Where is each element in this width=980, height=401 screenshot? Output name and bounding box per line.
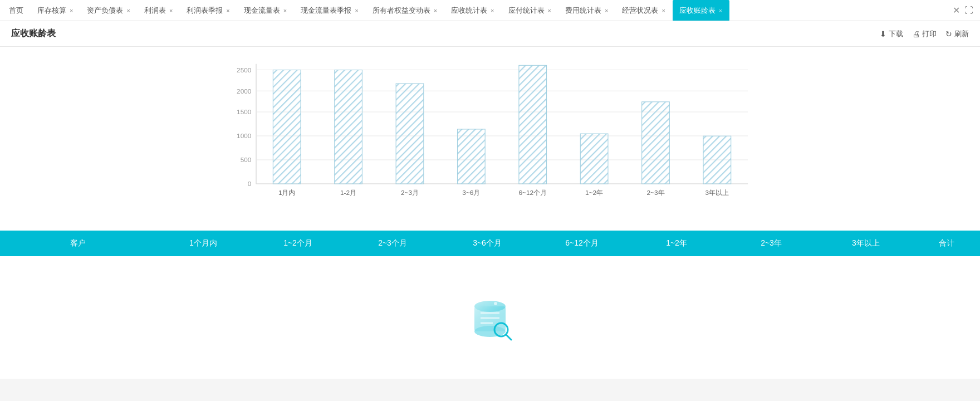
refresh-label: 刷新 (954, 29, 969, 39)
tab-ar-stats[interactable]: 应收统计表× (444, 0, 501, 21)
tab-inventory[interactable]: 库存核算× (31, 0, 80, 21)
window-controls: ✕ ⛶ (953, 5, 978, 16)
tab-close-balance-sheet[interactable]: × (126, 7, 130, 14)
table-header-col-4: 3~6个月 (440, 231, 535, 256)
tab-equity-changes[interactable]: 所有者权益变动表× (366, 0, 444, 21)
print-button[interactable]: 🖨 打印 (912, 29, 937, 39)
table-header-col-5: 6~12个月 (535, 231, 629, 256)
svg-text:2~3年: 2~3年 (646, 189, 664, 197)
svg-point-40 (474, 326, 506, 337)
tab-balance-sheet[interactable]: 资产负债表× (80, 0, 137, 21)
tab-close-profit[interactable]: × (169, 7, 173, 14)
table-header-col-8: 3年以上 (819, 231, 913, 256)
aging-bar-chart: 05001000150020002500 1月内1-2月2~3月3~6月6~12… (17, 58, 963, 214)
tab-close-business-status[interactable]: × (661, 7, 665, 14)
tab-profit-quarterly[interactable]: 利润表季报× (180, 0, 237, 21)
tab-close-ap-stats[interactable]: × (548, 7, 551, 14)
svg-text:6~12个月: 6~12个月 (518, 189, 547, 197)
maximize-window-icon[interactable]: ⛶ (964, 6, 973, 16)
svg-text:1-2月: 1-2月 (340, 189, 356, 197)
page-header: 应收账龄表 ⬇ 下载 🖨 打印 ↻ 刷新 (0, 21, 980, 47)
empty-state-icon (462, 290, 518, 345)
tab-close-ar-stats[interactable]: × (491, 7, 494, 14)
svg-text:1~2年: 1~2年 (585, 189, 603, 197)
tab-close-equity-changes[interactable]: × (434, 7, 437, 14)
chart-container: 05001000150020002500 1月内1-2月2~3月3~6月6~12… (17, 58, 963, 214)
table-header-col-1: 1个月内 (156, 231, 251, 256)
table-header-col-9: 合计 (913, 231, 980, 256)
table-header-col-3: 2~3个月 (345, 231, 440, 256)
table-header-col-0: 客户 (0, 231, 156, 256)
svg-text:1500: 1500 (237, 108, 252, 116)
print-icon: 🖨 (912, 30, 920, 38)
main-content: 05001000150020002500 1月内1-2月2~3月3~6月6~12… (0, 47, 980, 379)
svg-point-46 (494, 302, 497, 305)
svg-text:0: 0 (248, 180, 252, 188)
tab-close-ar-aging[interactable]: × (719, 7, 722, 14)
table-header: 客户1个月内1~2个月2~3个月3~6个月6~12个月1~2年2~3年3年以上合… (0, 231, 980, 256)
close-window-icon[interactable]: ✕ (953, 5, 960, 16)
tab-close-inventory[interactable]: × (70, 7, 73, 14)
svg-rect-28 (642, 102, 670, 184)
tab-profit[interactable]: 利润表× (138, 0, 180, 21)
svg-rect-23 (335, 70, 362, 184)
refresh-button[interactable]: ↻ 刷新 (945, 29, 969, 39)
tab-business-status[interactable]: 经营状况表× (615, 0, 672, 21)
page-actions: ⬇ 下载 🖨 打印 ↻ 刷新 (880, 29, 969, 39)
page-title: 应收账龄表 (11, 28, 56, 40)
table-header-col-2: 1~2个月 (251, 231, 345, 256)
svg-text:2~3月: 2~3月 (401, 189, 419, 197)
tab-cashflow[interactable]: 现金流量表× (237, 0, 294, 21)
tab-close-profit-quarterly[interactable]: × (226, 7, 229, 14)
svg-rect-29 (703, 136, 731, 184)
svg-text:3年以上: 3年以上 (705, 189, 729, 197)
svg-text:1月内: 1月内 (278, 189, 296, 197)
svg-rect-26 (519, 65, 547, 184)
svg-rect-24 (396, 84, 424, 184)
tab-ap-stats[interactable]: 应付统计表× (502, 0, 558, 21)
print-label: 打印 (922, 29, 937, 39)
svg-text:1000: 1000 (237, 132, 252, 140)
table-header-col-6: 1~2年 (629, 231, 724, 256)
tab-bar: 首页库存核算×资产负债表×利润表×利润表季报×现金流量表×现金流量表季报×所有者… (0, 0, 980, 21)
svg-rect-27 (580, 134, 608, 184)
table-header-col-7: 2~3年 (724, 231, 819, 256)
tab-close-expense-stats[interactable]: × (605, 7, 608, 14)
svg-text:500: 500 (241, 156, 252, 164)
tab-expense-stats[interactable]: 费用统计表× (558, 0, 615, 21)
svg-text:2000: 2000 (237, 87, 252, 95)
tab-ar-aging[interactable]: 应收账龄表× (673, 0, 729, 21)
refresh-icon: ↻ (945, 30, 952, 38)
svg-text:3~6月: 3~6月 (462, 189, 480, 197)
tab-cashflow-quarterly[interactable]: 现金流量表季报× (294, 0, 365, 21)
tab-close-cashflow[interactable]: × (283, 7, 287, 14)
svg-text:2500: 2500 (237, 66, 252, 74)
svg-line-45 (506, 335, 511, 340)
empty-state (0, 256, 980, 379)
tab-home[interactable]: 首页 (2, 0, 31, 21)
svg-rect-25 (458, 129, 486, 184)
svg-rect-22 (273, 70, 301, 184)
download-label: 下载 (889, 29, 903, 39)
tab-close-cashflow-quarterly[interactable]: × (355, 7, 358, 14)
download-button[interactable]: ⬇ 下载 (880, 29, 903, 39)
chart-area: 05001000150020002500 1月内1-2月2~3月3~6月6~12… (0, 47, 980, 231)
download-icon: ⬇ (880, 30, 886, 38)
